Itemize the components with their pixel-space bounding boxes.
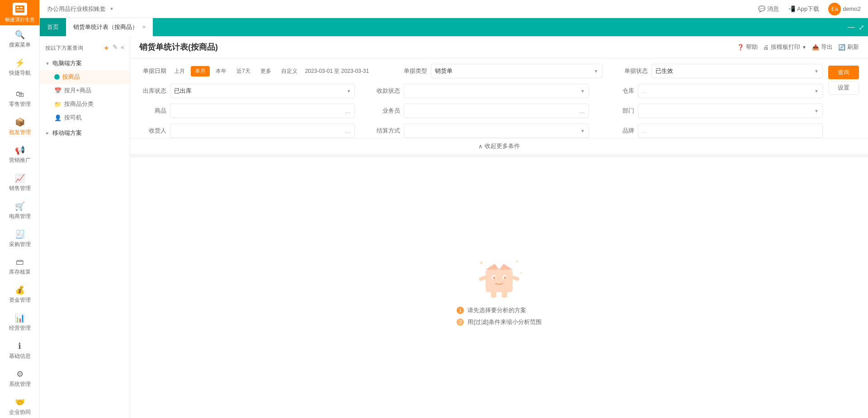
user-profile[interactable]: Ea demo2 [828,3,861,15]
sidebar-item-label: 基础信息 [9,352,31,360]
svg-rect-2 [20,7,23,8]
svg-text:✦: ✦ [515,259,519,264]
filter-sidebar-tools: ＋ ✎ « [103,43,124,53]
filter-item-by-month-product[interactable]: 📅 按月+商品 [40,84,130,97]
filter-row-3: 商品 … 业务员 [139,104,823,118]
edit-scheme-button[interactable]: ✎ [113,43,118,53]
product-input[interactable]: … [170,104,355,118]
data-area: ✦ ✦ ✦ 1 请先选择要分析的方案 2 用[过滤]条件来缩小分析范围 [130,157,868,418]
date-custom[interactable]: 自定义 [277,66,302,76]
payment-status-label: 收款状态 [373,87,400,95]
bill-type-field: 单据类型 销货单 ▼ [400,64,603,78]
collapse-more-button[interactable]: ∧ 收起更多条件 [130,138,868,154]
tab-home[interactable]: 首页 [40,18,66,36]
warehouse-input[interactable]: … ▼ [638,84,823,98]
sidebar-item-label: 经营管理 [9,324,31,332]
sidebar-item-wholesale[interactable]: 📦 批发管理 [0,113,40,141]
filter-group-mobile-header[interactable]: ▼ 移动端方案 [40,126,130,140]
date-last-month[interactable]: 上月 [170,66,189,76]
filter-group-pc-header[interactable]: ▼ 电脑端方案 [40,57,130,70]
salesperson-input[interactable]: … [404,104,589,118]
messages-button[interactable]: 💬 消息 [758,5,779,13]
workspace-selector[interactable]: 办公用品行业模拟账套 ▼ [47,5,114,13]
date-current-month[interactable]: 本月 [191,66,210,76]
finance-icon: 💰 [15,285,25,295]
tab-sales-stats[interactable]: 销货单统计表（按商品） × [66,18,153,36]
purchase-icon: 🧾 [15,229,25,239]
logo-icon [13,3,27,15]
bill-type-input[interactable]: 销货单 ▼ [431,64,603,78]
svg-rect-0 [15,5,24,13]
date-last-7-days[interactable]: 近7天 [232,66,255,76]
retail-icon: 🛍 [16,90,24,99]
svg-rect-4 [486,270,513,292]
sidebar-item-finance[interactable]: 💰 资金管理 [0,280,40,309]
sidebar-item-quicknav[interactable]: ⚡ 快捷导航 [0,53,40,81]
empty-illustration: ✦ ✦ ✦ [472,249,526,299]
out-status-label: 出库状态 [139,87,166,95]
date-label: 单据日期 [139,67,166,75]
sidebar-item-cooperation[interactable]: 🤝 企业协同 [0,393,40,418]
dept-dropdown-icon: ▼ [814,109,819,114]
sidebar-item-operations[interactable]: 📊 经营管理 [0,309,40,337]
sidebar-item-ecommerce[interactable]: 🛒 电商管理 [0,197,40,225]
filter-item-by-cashier[interactable]: 👤 按司机 [40,111,130,124]
date-current-year[interactable]: 本年 [212,66,231,76]
salesperson-dots[interactable]: … [579,108,585,114]
recipient-dots[interactable]: … [345,128,351,134]
tab-sales-stats-label: 销货单统计表（按商品） [73,23,138,31]
sidebar-item-search[interactable]: 🔍 搜索菜单 [0,25,40,53]
brand-input[interactable]: … [638,124,823,138]
query-button[interactable]: 查询 [828,66,859,79]
date-more[interactable]: 更多 [256,66,275,76]
sidebar-item-purchase[interactable]: 🧾 采购管理 [0,225,40,253]
sidebar-item-label: 快捷导航 [9,69,31,77]
sidebar-item-retail[interactable]: 🛍 零售管理 [0,85,40,113]
sidebar-item-inventory[interactable]: 🗃 库存核算 [0,253,40,280]
help-button[interactable]: ❓ 帮助 [737,43,758,51]
product-dots[interactable]: … [345,108,351,114]
quicknav-icon: ⚡ [15,58,25,68]
brand-placeholder: … [642,128,648,134]
warehouse-label: 仓库 [607,87,634,95]
add-scheme-button[interactable]: ＋ [103,43,110,53]
bill-status-input[interactable]: 已生效 ▼ [651,64,823,78]
tab-maximize-button[interactable]: ⤢ [859,23,864,32]
app-download-button[interactable]: 📲 App下载 [788,5,819,13]
svg-rect-11 [491,291,496,298]
svg-point-8 [504,277,506,279]
app-download-label: App下载 [797,5,819,13]
filter-group-mobile-label: 移动端方案 [52,129,82,137]
bill-status-label: 单据状态 [621,67,648,75]
dept-input[interactable]: ▼ [638,104,823,118]
app-logo: 畅捷通好生意 [0,0,40,25]
salesperson-label: 业务员 [373,107,400,115]
empty-tip-2: 2 用[过滤]条件来缩小分析范围 [457,318,541,326]
sidebar-item-marketing[interactable]: 📢 营销推广 [0,141,40,169]
recipient-field: 收货人 … [139,124,355,138]
settlement-input[interactable]: ▼ [404,124,589,138]
refresh-button[interactable]: 🔄 刷新 [838,43,859,51]
dept-field: 部门 ▼ [607,104,823,118]
payment-status-input[interactable]: ▼ [404,84,589,98]
filter-item-by-cashier-label: 按司机 [64,114,82,122]
sidebar-item-label: 销售管理 [9,185,31,192]
filter-item-by-category[interactable]: 📁 按商品分类 [40,97,130,111]
recipient-input[interactable]: … [170,124,355,138]
sales-icon: 📈 [15,173,25,183]
top-header: 办公用品行业模拟账套 ▼ 💬 消息 📲 App下载 Ea demo2 [40,0,868,18]
settings-button[interactable]: 设置 [828,81,859,95]
print-button[interactable]: 🖨 按模板打印 ▼ [763,43,807,51]
filter-row-1: 单据日期 上月 本月 本年 近7天 更多 自定义 2023-03-01 至 20… [139,64,823,78]
tab-minimize-button[interactable]: — [848,23,855,31]
sidebar-item-system[interactable]: ⚙ 系统管理 [0,365,40,393]
sidebar-item-sales[interactable]: 📈 销售管理 [0,169,40,197]
out-status-input[interactable]: 已出库 ▼ [170,84,355,98]
tab-close-button[interactable]: × [142,24,146,30]
export-button[interactable]: 📤 导出 [812,43,833,51]
payment-status-field: 收款状态 ▼ [373,84,589,98]
tip-num-2: 2 [457,318,464,326]
collapse-sidebar-button[interactable]: « [121,43,124,53]
filter-item-by-product[interactable]: 按商品 [40,70,130,84]
sidebar-item-basic[interactable]: ℹ 基础信息 [0,337,40,365]
